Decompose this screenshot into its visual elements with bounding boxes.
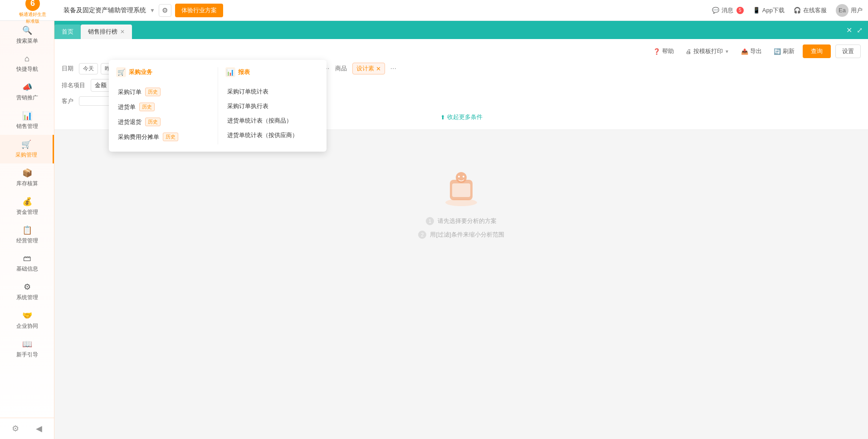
settings-button[interactable]: 设置 xyxy=(835,44,861,58)
po-exec-item[interactable]: 采购订单执行表 xyxy=(225,99,320,113)
export-icon: 📤 xyxy=(741,48,748,55)
industry-button[interactable]: 体验行业方案 xyxy=(175,4,223,17)
goods-return-item[interactable]: 进货退货 历史 xyxy=(116,114,210,129)
print-dropdown-icon: ▼ xyxy=(725,49,729,54)
purchase-report-col: 📊 报表 采购订单统计表 采购订单执行表 进货单统计表（按商品） 进货单统计表（… xyxy=(218,67,327,144)
main-layout: 🔍 搜索菜单 ⌂ 快捷导航 📣 营销推广 📊 销售管理 🛒 采购管理 📦 xyxy=(0,21,868,439)
step2-num: 2 xyxy=(418,231,426,239)
sidebar-collapse-button[interactable]: ◀ xyxy=(36,424,42,434)
goods-tag-close[interactable]: ✕ xyxy=(376,65,381,72)
message-action[interactable]: 💬 消息 5 xyxy=(712,6,744,15)
goods-stats-by-supplier-label: 进货单统计表（按供应商） xyxy=(227,131,298,139)
goods-stats-by-goods-item[interactable]: 进货单统计表（按商品） xyxy=(225,113,320,128)
purchase-expense-item[interactable]: 采购费用分摊单 历史 xyxy=(116,129,210,144)
sidebar-item-inventory[interactable]: 📦 库存核算 xyxy=(0,163,54,192)
sidebar-label-basic: 基础信息 xyxy=(16,265,38,273)
goods-tag-value: 设计素 xyxy=(356,64,374,73)
sidebar-label-enterprise: 企业协同 xyxy=(16,322,38,330)
print-button[interactable]: 🖨 按模板打印 ▼ xyxy=(682,45,733,57)
sidebar-item-system[interactable]: ⚙ 系统管理 xyxy=(0,277,54,306)
message-icon: 💬 xyxy=(712,7,719,14)
empty-state: 1 请先选择要分析的方案 2 用[过滤]条件来缩小分析范围 xyxy=(54,130,868,275)
tab-sales-rank[interactable]: 销售排行榜 ✕ xyxy=(81,25,132,39)
svg-point-4 xyxy=(458,176,460,178)
sidebar-label-search: 搜索菜单 xyxy=(16,37,38,45)
sidebar-label-purchase: 采购管理 xyxy=(15,151,37,159)
goods-tag: 设计素 ✕ xyxy=(352,63,385,74)
tab-expand-icon[interactable]: ⤢ xyxy=(857,26,863,35)
tab-close-icon[interactable]: ✕ xyxy=(120,29,125,35)
svg-point-3 xyxy=(456,172,467,183)
svg-rect-2 xyxy=(452,183,470,197)
goods-label: 商品 xyxy=(335,64,347,73)
sidebar-item-basic[interactable]: 🗃 基础信息 xyxy=(0,249,54,277)
purchase-order-history: 历史 xyxy=(145,88,161,96)
query-button[interactable]: 查询 xyxy=(803,44,831,58)
tab-close-window-icon[interactable]: ✕ xyxy=(846,26,852,35)
po-stats-item[interactable]: 采购订单统计表 xyxy=(225,84,320,99)
tab-home[interactable]: 首页 xyxy=(54,25,81,39)
sidebar-item-search[interactable]: 🔍 搜索菜单 xyxy=(0,21,54,49)
tab-bar: 首页 销售排行榜 ✕ ✕ ⤢ xyxy=(54,21,868,39)
sidebar-item-marketing[interactable]: 📣 营销推广 xyxy=(0,78,54,106)
goods-stats-by-supplier-item[interactable]: 进货单统计表（按供应商） xyxy=(225,128,320,143)
svg-point-5 xyxy=(463,176,464,178)
tab-sales-rank-label: 销售排行榜 xyxy=(88,28,117,36)
sidebar-label-quicknav: 快捷导航 xyxy=(16,65,38,73)
po-exec-label: 采购订单执行表 xyxy=(227,102,268,110)
sidebar-settings-button[interactable]: ⚙ xyxy=(12,424,19,434)
sidebar-item-operations[interactable]: 📋 经营管理 xyxy=(0,221,54,249)
guide-icon: 📖 xyxy=(22,339,32,349)
content-area: 首页 销售排行榜 ✕ ✕ ⤢ ❓ 帮助 xyxy=(54,21,868,439)
export-button[interactable]: 📤 导出 xyxy=(737,45,766,57)
toolbar-actions: ❓ 帮助 🖨 按模板打印 ▼ 📤 导出 🔄 xyxy=(649,44,861,58)
sales-icon: 📊 xyxy=(22,111,32,121)
date-label: 日期 xyxy=(62,64,73,73)
goods-receipt-item[interactable]: 进货单 历史 xyxy=(116,99,210,114)
topbar-right: 💬 消息 5 📱 App下载 🎧 在线客服 Ea 用户 xyxy=(712,4,863,17)
sidebar-label-sales: 销售管理 xyxy=(16,123,38,130)
sidebar-item-finance[interactable]: 💰 资金管理 xyxy=(0,192,54,221)
date-today[interactable]: 今天 xyxy=(79,63,98,74)
toolbar-row: ❓ 帮助 🖨 按模板打印 ▼ 📤 导出 🔄 xyxy=(62,44,861,58)
goods-return-label: 进货退货 xyxy=(118,118,141,126)
system-title-area: 装备及固定资产辅助管理系统 ▼ ⚙ 体验行业方案 xyxy=(63,4,712,17)
sidebar-item-enterprise[interactable]: 🤝 企业协同 xyxy=(0,306,54,335)
basic-icon: 🗃 xyxy=(23,254,31,263)
help-button[interactable]: ❓ 帮助 xyxy=(649,45,678,57)
sidebar-item-guide[interactable]: 📖 新手引导 xyxy=(0,335,54,363)
app-download-action[interactable]: 📱 App下载 xyxy=(753,6,785,15)
print-label: 按模板打印 xyxy=(693,47,723,55)
system-dropdown-arrow[interactable]: ▼ xyxy=(150,7,155,14)
app-download-label: App下载 xyxy=(762,6,785,15)
user-action[interactable]: Ea 用户 xyxy=(836,4,863,17)
online-service-action[interactable]: 🎧 在线客服 xyxy=(794,6,827,15)
purchase-order-item[interactable]: 采购订单 历史 xyxy=(116,84,210,99)
sidebar-item-purchase[interactable]: 🛒 采购管理 xyxy=(0,135,54,163)
purchase-icon: 🛒 xyxy=(21,139,31,149)
purchase-col-icon: 🛒 xyxy=(116,67,126,77)
empty-tip1: 1 请先选择要分析的方案 xyxy=(426,217,497,225)
operations-icon: 📋 xyxy=(22,225,32,235)
logo-brand: 畅通通好生意 xyxy=(19,11,46,18)
tab-bar-right: ✕ ⤢ xyxy=(846,21,868,39)
help-label: 帮助 xyxy=(662,47,674,55)
gear-button[interactable]: ⚙ xyxy=(159,4,171,17)
user-avatar: Ea xyxy=(836,4,848,17)
goods-more[interactable]: ··· xyxy=(390,64,396,73)
purchase-report-title: 📊 报表 xyxy=(225,67,320,80)
sidebar-label-system: 系统管理 xyxy=(16,294,38,301)
export-label: 导出 xyxy=(750,47,762,55)
goods-return-history: 历史 xyxy=(145,118,161,126)
user-label: 用户 xyxy=(851,6,863,15)
online-service-label: 在线客服 xyxy=(803,6,827,15)
sidebar-label-marketing: 营销推广 xyxy=(16,94,38,102)
refresh-button[interactable]: 🔄 刷新 xyxy=(770,45,798,57)
message-badge: 5 xyxy=(736,7,744,14)
collapse-button[interactable]: ⬆ 收起更多条件 xyxy=(438,110,485,124)
purchase-report-label: 报表 xyxy=(238,68,250,76)
sidebar-item-quicknav[interactable]: ⌂ 快捷导航 xyxy=(0,49,54,78)
headset-icon: 🎧 xyxy=(794,7,801,14)
sidebar-item-sales[interactable]: 📊 销售管理 xyxy=(0,106,54,135)
empty-tip2: 2 用[过滤]条件来缩小分析范围 xyxy=(418,231,504,239)
